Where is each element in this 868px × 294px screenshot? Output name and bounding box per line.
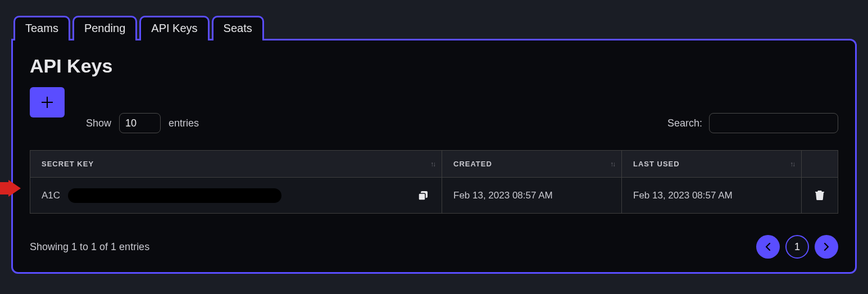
svg-rect-2 [419,193,425,200]
col-created-label: CREATED [453,160,492,168]
col-created[interactable]: CREATED ↑↓ [442,151,622,178]
search-input[interactable] [709,113,838,133]
cell-actions [802,178,838,214]
entries-control: Show entries [86,113,199,133]
sort-icon: ↑↓ [610,160,615,168]
table-footer: Showing 1 to 1 of 1 entries 1 [30,235,838,259]
key-prefix: A1C [42,190,60,201]
search-control: Search: [667,113,838,133]
tab-pending[interactable]: Pending [72,16,137,40]
tab-bar: Teams Pending API Keys Seats [0,16,868,40]
tab-seats[interactable]: Seats [212,16,264,40]
col-actions [802,151,838,178]
tab-api-keys[interactable]: API Keys [139,16,209,40]
tab-teams[interactable]: Teams [13,16,70,40]
main-panel: API Keys Show entries Search: SECRET KEY… [11,39,857,274]
sort-icon: ↑↓ [790,160,794,168]
table-header-row: SECRET KEY ↑↓ CREATED ↑↓ LAST USED ↑↓ [30,151,838,178]
redacted-key [68,188,281,203]
api-keys-table: SECRET KEY ↑↓ CREATED ↑↓ LAST USED ↑↓ A1 [30,150,838,214]
copy-key-button[interactable] [416,188,430,203]
col-secret-key[interactable]: SECRET KEY ↑↓ [30,151,442,178]
cell-secret-key: A1C [30,178,442,214]
entries-input[interactable] [119,113,161,133]
cell-last-used: Feb 13, 2023 08:57 AM [622,178,802,214]
delete-key-button[interactable] [813,188,826,202]
chevron-left-icon [765,243,771,251]
chevron-right-icon [824,243,829,251]
trash-icon [815,190,824,200]
col-secret-key-label: SECRET KEY [42,160,94,168]
table-row: A1C Feb 13, 2023 08:57 AM Feb 13, 2023 0… [30,178,838,214]
show-label: Show [86,117,111,129]
col-last-used-label: LAST USED [633,160,680,168]
entries-label: entries [169,117,199,129]
next-page-button[interactable] [815,235,838,259]
table-controls: Show entries Search: [30,107,838,133]
sort-icon: ↑↓ [430,160,435,168]
page-number-button[interactable]: 1 [785,235,809,259]
pagination: 1 [756,235,838,259]
callout-arrow-icon [0,180,21,197]
cell-created: Feb 13, 2023 08:57 AM [442,178,622,214]
page-title: API Keys [30,55,838,77]
prev-page-button[interactable] [756,235,780,259]
plus-icon [41,96,53,108]
copy-icon [418,191,428,201]
entries-status: Showing 1 to 1 of 1 entries [30,241,149,253]
svg-marker-0 [0,180,21,197]
search-label: Search: [667,117,702,129]
col-last-used[interactable]: LAST USED ↑↓ [622,151,802,178]
